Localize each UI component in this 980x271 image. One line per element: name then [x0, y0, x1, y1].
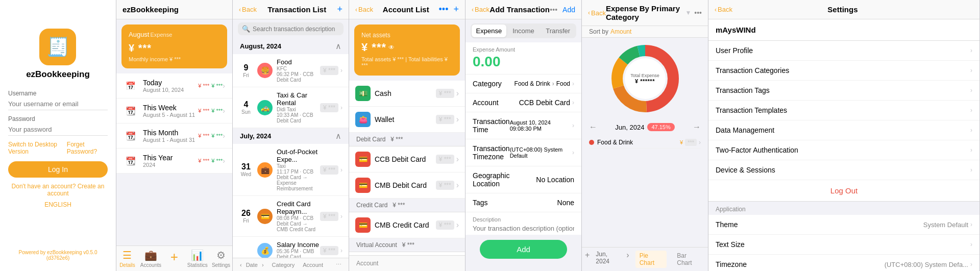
net-amount: ¥ ***	[361, 41, 386, 54]
account-back-nav[interactable]: ‹ Back	[355, 6, 373, 13]
account-row-label: Account	[473, 98, 519, 107]
settings-data-management[interactable]: Data Management ›	[708, 120, 979, 140]
settings-panel: ‹ Back Settings mAysWINd User Profile › …	[708, 0, 980, 271]
chart-next-period-icon[interactable]: ›	[626, 251, 629, 268]
account-add-icon[interactable]: +	[453, 4, 459, 15]
account-item-cmb-credit[interactable]: 💳 CMB Credit Card ¥ *** ›	[349, 212, 465, 238]
account-item-ccb[interactable]: 💳 CCB Debit Card ¥ *** ›	[349, 146, 465, 173]
account-more-icon[interactable]: •••	[439, 4, 449, 15]
bottom-tabs: ☰ Details 💼 Accounts + 📊 Statistics ⚙ Se…	[116, 245, 232, 271]
account-row[interactable]: Account CCB Debit Card ›	[465, 93, 581, 112]
password-input[interactable]	[8, 124, 108, 136]
section-jul-collapse-icon[interactable]: ∧	[335, 131, 341, 141]
desc-input[interactable]	[473, 225, 574, 232]
forget-password-link[interactable]: Forget Password?	[67, 141, 108, 155]
tx-item-food[interactable]: 9 Fri 🍔 Food KFC 06:32 PM · CCB Debit Ca…	[233, 54, 349, 87]
add-transaction-icon[interactable]: +	[337, 4, 342, 15]
add-tx-back-nav[interactable]: ‹ Back	[472, 6, 489, 13]
section-aug-collapse-icon[interactable]: ∧	[335, 41, 341, 51]
menu-item-week[interactable]: 📆 This Week August 5 - August 11 ¥ *** ¥…	[116, 98, 232, 124]
tab-transfer[interactable]: Transfer	[541, 24, 575, 37]
settings-text-size[interactable]: Text Size ›	[708, 235, 979, 255]
card-income: Monthly income ¥ ***	[129, 56, 220, 62]
tx-item-expense[interactable]: 31 Wed 💼 Out-of-Pocket Expe... Taxi 11:1…	[233, 144, 349, 196]
menu-item-month[interactable]: 📆 This Month August 1 - August 31 ¥ *** …	[116, 124, 232, 149]
prev-page-icon[interactable]: ‹	[240, 262, 242, 268]
more-options-icon[interactable]: ⋯	[336, 261, 341, 268]
add-transaction-panel: ‹ Back Add Transaction ••• Add Expense I…	[465, 0, 582, 271]
pie-chart-btn[interactable]: Pie Chart	[635, 251, 667, 268]
tab-income[interactable]: Income	[506, 24, 541, 37]
language-selector[interactable]: ENGLISH	[8, 201, 108, 208]
account-item-cash[interactable]: 💵 Cash ¥ *** ›	[349, 81, 465, 107]
card-amount: ¥ ***	[129, 42, 220, 54]
sort-value[interactable]: Amount	[610, 28, 631, 35]
sort-filter-icon[interactable]: ▼	[685, 9, 691, 16]
description-field: Description	[465, 212, 581, 235]
add-btn[interactable]: Add	[480, 240, 567, 259]
category-row[interactable]: Category Food & Drink › Food ›	[465, 75, 581, 93]
tab-settings[interactable]: ⚙ Settings	[210, 246, 232, 271]
chart-more-icon[interactable]: •••	[694, 9, 702, 17]
username-input[interactable]	[8, 98, 108, 110]
tx-item-taxi[interactable]: 4 Sun 🚕 Taxi & Car Rental Didi Taxi 10:3…	[233, 87, 349, 128]
settings-2fa[interactable]: Two-Factor Authentication ›	[708, 140, 979, 160]
settings-theme[interactable]: Theme System Default ›	[708, 215, 979, 235]
add-tx-save-btn[interactable]: Add	[562, 6, 575, 14]
cat-food: Food	[556, 80, 570, 87]
settings-device-sessions[interactable]: Device & Sessions ›	[708, 160, 979, 180]
account-item-cmb-debit[interactable]: 💳 CMB Debit Card ¥ *** ›	[349, 173, 465, 199]
data-management-label: Data Management	[716, 126, 968, 134]
tab-details[interactable]: ☰ Details	[116, 246, 138, 271]
settings-tx-categories[interactable]: Transaction Categories ›	[708, 61, 979, 81]
settings-tx-templates[interactable]: Transaction Templates ›	[708, 101, 979, 120]
chart-add-icon[interactable]: +	[585, 251, 590, 268]
section-aug-title: August, 2024	[240, 42, 281, 50]
legend-food-drink[interactable]: Food & Drink ¥ *** ›	[589, 137, 701, 149]
switch-desktop-link[interactable]: Switch to Desktop Version	[8, 141, 67, 155]
settings-timezone[interactable]: Timezone (UTC+08:00) System Defa... ›	[708, 255, 979, 271]
tx-item-salary[interactable]: 💰 Salary Income 05:36 PM · CMB Debit Car…	[233, 237, 349, 258]
geo-row[interactable]: Geographic Location No Location	[465, 166, 581, 193]
tags-row[interactable]: Tags None	[465, 193, 581, 212]
account-item-wallet[interactable]: 👛 Wallet ¥ *** ›	[349, 107, 465, 133]
theme-chevron-icon: ›	[970, 221, 972, 228]
settings-back-nav[interactable]: ‹ Back	[715, 6, 732, 13]
back-nav[interactable]: ‹ Back	[239, 6, 257, 13]
login-button[interactable]: Log In	[8, 161, 108, 178]
menu-item-year[interactable]: 📆 This Year 2024 ¥ *** ¥ *** ›	[116, 149, 232, 174]
chart-next-icon[interactable]: →	[693, 122, 701, 132]
tab-statistics[interactable]: 📊 Statistics	[185, 246, 210, 271]
legend-food-amount: ***	[685, 139, 697, 146]
logout-button[interactable]: Log Out	[708, 180, 979, 202]
menu-year-title: This Year	[143, 154, 198, 162]
chart-period-text: Jun, 2024	[615, 124, 644, 131]
password-label: Password	[8, 115, 108, 122]
tab-accounts[interactable]: 💼 Accounts	[138, 246, 163, 271]
net-assets-label: Net assets	[361, 32, 453, 39]
search-input[interactable]	[253, 26, 339, 33]
add-tx-more-icon[interactable]: •••	[550, 6, 557, 14]
eye-icon[interactable]: 👁	[388, 44, 395, 51]
tab-statistics-label: Statistics	[187, 262, 208, 268]
cash-amount: ¥ ***	[436, 89, 454, 98]
chart-back-nav[interactable]: ‹ Back	[588, 9, 606, 17]
settings-tx-tags[interactable]: Transaction Tags ›	[708, 81, 979, 101]
chart-prev-icon[interactable]: ←	[589, 122, 597, 132]
tz-row[interactable]: Transaction Timezone (UTC+08:00) System …	[465, 139, 581, 166]
next-date-icon[interactable]: ›	[262, 262, 264, 268]
tx-item-credit[interactable]: 26 Fri 💳 Credit Card Repaym... 08:08 PM …	[233, 196, 349, 237]
expense-chart-panel: ‹ Back Expense By Primary Category ▼ •••…	[582, 0, 708, 271]
bar-chart-btn[interactable]: Bar Chart	[673, 251, 705, 268]
menu-today-subtitle: August 10, 2024	[143, 87, 198, 93]
search-bar: 🔍	[238, 22, 344, 35]
cat-arrow-icon: ›	[552, 80, 554, 87]
ccb-chevron-icon: ›	[456, 155, 459, 164]
settings-user-profile[interactable]: User Profile ›	[708, 41, 979, 61]
week-income: ¥ ***	[211, 108, 223, 114]
menu-item-today[interactable]: 📅 Today August 10, 2024 ¥ *** ¥ *** ›	[116, 73, 232, 98]
tab-add[interactable]: +	[163, 246, 185, 271]
tx-time-row[interactable]: Transaction Time August 10, 2024 09:08:3…	[465, 112, 581, 139]
tx-list-footer: ‹ Date › Category Account ⋯	[233, 258, 349, 271]
tab-expense[interactable]: Expense	[472, 24, 506, 37]
